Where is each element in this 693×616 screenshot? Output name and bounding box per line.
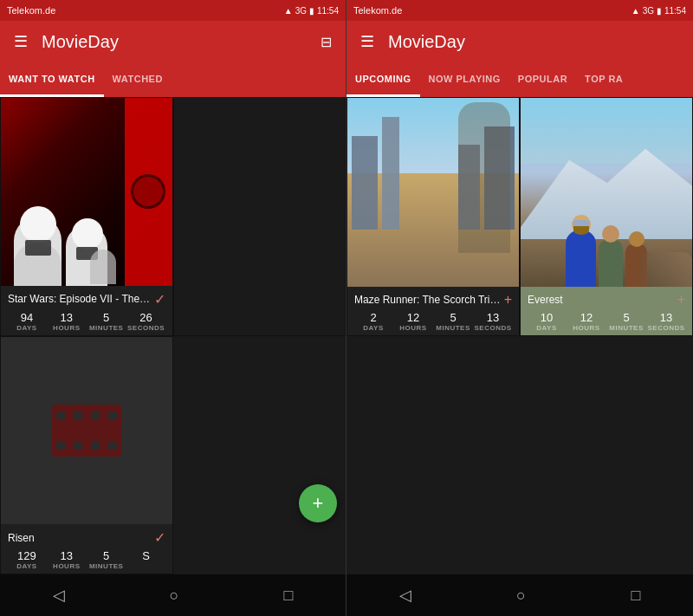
movie-card-everest[interactable]: Everest + 10 DAYS 12 HOURS 5 MINUTES xyxy=(520,97,693,336)
movie-title-everest: Everest xyxy=(528,294,674,306)
status-right-left: ▲ 3G ▮ 11:54 xyxy=(284,6,339,16)
nav-back-left[interactable]: ◁ xyxy=(36,579,82,612)
app-title-left: MovieDay xyxy=(42,32,307,52)
nav-back-right[interactable]: ◁ xyxy=(382,579,429,612)
signal-icon-left: ▲ xyxy=(284,6,293,16)
carrier-left: Telekom.de xyxy=(7,5,55,16)
movie-title-starwars: Star Wars: Episode VII - The Force A... xyxy=(8,293,151,305)
countdown-seconds-starwars: 26 SECONDS xyxy=(127,311,165,332)
movie-image-starwars xyxy=(1,98,172,286)
movie-image-mazerunner xyxy=(347,98,519,287)
countdown-hours-risen: 13 HOURS xyxy=(48,549,86,570)
right-phone: Telekom.de ▲ 3G ▮ 11:54 ☰ MovieDay UPCOM… xyxy=(346,0,693,616)
countdown-minutes-risen: 5 MINUTES xyxy=(87,549,126,570)
movie-info-starwars: Star Wars: Episode VII - The Force A... … xyxy=(1,286,172,335)
nav-bar-right: ◁ ○ □ xyxy=(346,574,693,616)
countdown-hours-starwars: 13 HOURS xyxy=(48,311,86,332)
tab-now-playing[interactable]: NOW PLAYING xyxy=(420,62,509,97)
action-icon-risen[interactable]: ✓ xyxy=(154,529,165,546)
signal-type-right: 3G xyxy=(643,6,654,16)
movie-info-mazerunner: Maze Runner: The Scorch Trials + 2 DAYS … xyxy=(347,287,519,335)
app-bar-right: ☰ MovieDay xyxy=(346,21,693,62)
tab-want-to-watch[interactable]: WANT TO WATCH xyxy=(0,62,104,97)
action-icon-starwars[interactable]: ✓ xyxy=(154,291,165,308)
content-right: Maze Runner: The Scorch Trials + 2 DAYS … xyxy=(346,97,693,574)
status-right-right: ▲ 3G ▮ 11:54 xyxy=(631,6,686,16)
countdown-everest: 10 DAYS 12 HOURS 5 MINUTES 13 SECONDS xyxy=(528,311,685,332)
seconds-placeholder: S xyxy=(127,549,165,562)
content-left: Star Wars: Episode VII - The Force A... … xyxy=(0,97,346,574)
nav-recent-right[interactable]: □ xyxy=(613,580,657,612)
signal-type-left: 3G xyxy=(295,6,307,16)
tabs-left: WANT TO WATCH WATCHED xyxy=(0,62,346,97)
filter-icon-left[interactable]: ⊟ xyxy=(321,34,332,50)
nav-home-left[interactable]: ○ xyxy=(152,580,197,612)
carrier-right: Telekom.de xyxy=(353,5,402,16)
tab-popular[interactable]: POPULAR xyxy=(509,62,576,97)
tab-top-rated[interactable]: TOP RA xyxy=(576,62,631,97)
movie-info-everest: Everest + 10 DAYS 12 HOURS 5 MINUTES xyxy=(521,287,692,335)
movie-image-everest xyxy=(521,98,692,287)
movie-title-mazerunner: Maze Runner: The Scorch Trials xyxy=(354,294,501,306)
nav-bar-left: ◁ ○ □ xyxy=(0,574,346,616)
countdown-days-risen: 129 DAYS xyxy=(8,549,46,570)
action-icon-mazerunner[interactable]: + xyxy=(504,292,512,308)
app-bar-left: ☰ MovieDay ⊟ xyxy=(0,21,346,62)
movie-title-row-starwars: Star Wars: Episode VII - The Force A... … xyxy=(8,291,165,308)
nav-home-right[interactable]: ○ xyxy=(499,580,543,612)
tab-upcoming[interactable]: UPCOMING xyxy=(346,62,420,97)
status-bar-right: Telekom.de ▲ 3G ▮ 11:54 xyxy=(346,0,693,21)
tabs-right: UPCOMING NOW PLAYING POPULAR TOP RA xyxy=(346,62,693,97)
status-left: Telekom.de xyxy=(7,5,55,16)
countdown-days-everest: 10 DAYS xyxy=(528,311,566,332)
countdown-hours-everest: 12 HOURS xyxy=(567,311,606,332)
movie-card-empty xyxy=(173,97,346,336)
movie-card-mazerunner[interactable]: Maze Runner: The Scorch Trials + 2 DAYS … xyxy=(346,97,520,336)
battery-icon-left: ▮ xyxy=(309,6,314,16)
menu-icon-left[interactable]: ☰ xyxy=(14,32,28,51)
countdown-mazerunner: 2 DAYS 12 HOURS 5 MINUTES 13 SECONDS xyxy=(354,311,512,332)
left-phone: Telekom.de ▲ 3G ▮ 11:54 ☰ MovieDay ⊟ WAN… xyxy=(0,0,346,616)
movie-title-risen: Risen xyxy=(8,532,151,544)
movie-title-row-everest: Everest + xyxy=(528,292,685,308)
movie-info-risen: Risen ✓ 129 DAYS 13 HOURS 5 MINUTES xyxy=(1,524,172,574)
countdown-days-maze: 2 DAYS xyxy=(354,311,392,332)
countdown-seconds-risen: S xyxy=(127,549,165,570)
countdown-risen: 129 DAYS 13 HOURS 5 MINUTES S xyxy=(8,549,165,570)
app-title-right: MovieDay xyxy=(388,32,679,52)
countdown-days-starwars: 94 DAYS xyxy=(8,311,46,332)
countdown-starwars: 94 DAYS 13 HOURS 5 MINUTES 26 SECONDS xyxy=(8,311,165,332)
tab-watched[interactable]: WATCHED xyxy=(104,62,172,97)
countdown-minutes-starwars: 5 MINUTES xyxy=(87,311,126,332)
nav-recent-left[interactable]: □ xyxy=(267,580,311,612)
status-left-right: Telekom.de xyxy=(353,5,402,16)
fab-add[interactable]: + xyxy=(299,484,337,522)
countdown-seconds-maze: 13 SECONDS xyxy=(474,311,512,332)
time-left: 11:54 xyxy=(317,6,339,16)
movie-image-risen xyxy=(1,337,172,525)
signal-icon-right: ▲ xyxy=(631,6,640,16)
battery-icon-right: ▮ xyxy=(657,6,662,16)
movie-card-starwars[interactable]: Star Wars: Episode VII - The Force A... … xyxy=(0,97,173,336)
countdown-minutes-maze: 5 MINUTES xyxy=(434,311,472,332)
movie-title-row-mazerunner: Maze Runner: The Scorch Trials + xyxy=(354,292,512,308)
countdown-minutes-everest: 5 MINUTES xyxy=(607,311,645,332)
movie-card-risen[interactable]: Risen ✓ 129 DAYS 13 HOURS 5 MINUTES xyxy=(0,336,173,575)
menu-icon-right[interactable]: ☰ xyxy=(360,32,374,51)
countdown-hours-maze: 12 HOURS xyxy=(394,311,432,332)
countdown-seconds-everest: 13 SECONDS xyxy=(647,311,685,332)
status-bar-left: Telekom.de ▲ 3G ▮ 11:54 xyxy=(0,0,346,21)
movie-title-row-risen: Risen ✓ xyxy=(8,529,165,546)
time-right: 11:54 xyxy=(664,6,686,16)
action-icon-everest[interactable]: + xyxy=(677,292,685,308)
